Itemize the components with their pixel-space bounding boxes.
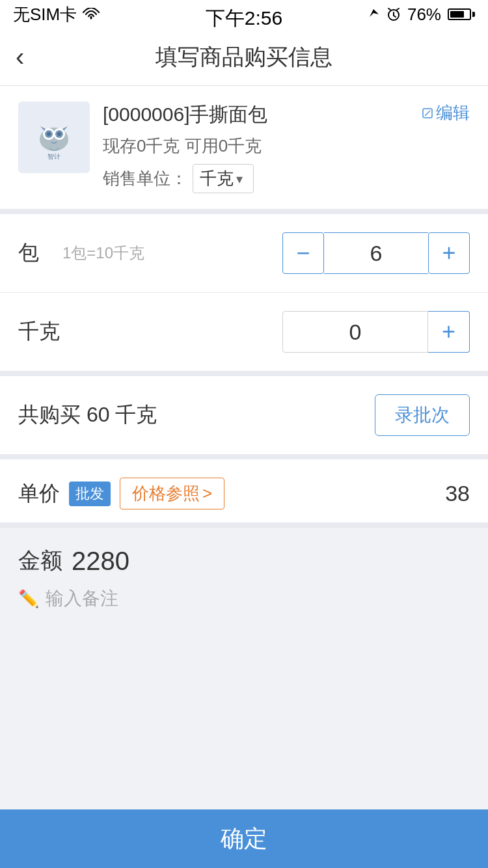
alarm-icon <box>386 7 401 21</box>
product-info: [0000006]手撕面包 编辑 现存0千克 可用0千克 销售单位： 千克 ▾ <box>103 102 470 193</box>
pack-quantity-row: 包 1包=10千克 − + <box>0 214 488 293</box>
back-button[interactable]: ‹ <box>16 42 24 72</box>
wifi-icon <box>82 8 100 21</box>
price-label: 单价 <box>18 480 60 508</box>
price-type-tag: 批发 <box>69 481 111 506</box>
product-unit-row: 销售单位： 千克 ▾ <box>103 164 470 193</box>
pack-quantity-input[interactable] <box>324 232 428 274</box>
product-card: 智计 [0000006]手撕面包 编辑 现存0千克 可用0千克 销售单位： 千克… <box>0 86 488 214</box>
product-stock: 现存0千克 可用0千克 <box>103 135 470 157</box>
price-value: 38 <box>445 481 470 506</box>
status-right: 76% <box>367 5 475 25</box>
pack-quantity-control: − + <box>282 232 470 274</box>
summary-row: 共购买 60 千克 录批次 <box>0 376 488 459</box>
remark-placeholder: 输入备注 <box>46 586 118 611</box>
owl-logo: 智计 <box>31 115 77 160</box>
price-ref-arrow-icon: > <box>202 483 212 504</box>
svg-point-11 <box>57 132 61 136</box>
price-row: 单价 批发 价格参照 > 38 <box>18 478 470 509</box>
location-icon <box>367 8 380 21</box>
pack-plus-button[interactable]: + <box>428 232 470 274</box>
product-name-row: [0000006]手撕面包 编辑 <box>103 102 470 128</box>
amount-value: 2280 <box>72 547 129 576</box>
price-ref-button[interactable]: 价格参照 > <box>120 478 224 509</box>
batch-button[interactable]: 录批次 <box>375 394 470 436</box>
summary-text: 共购买 60 千克 <box>18 401 157 429</box>
edit-button[interactable]: 编辑 <box>422 102 470 124</box>
status-time: 下午2:56 <box>206 5 282 32</box>
kg-plus-button[interactable]: + <box>428 311 470 353</box>
price-section: 单价 批发 价格参照 > 38 <box>0 459 488 528</box>
pencil-icon: ✏️ <box>18 589 39 609</box>
status-bar: 无SIM卡 下午2:56 76% <box>0 0 488 29</box>
kg-quantity-row: 千克 + <box>0 293 488 376</box>
product-image: 智计 <box>18 102 90 173</box>
svg-point-10 <box>47 132 51 136</box>
remark-row[interactable]: ✏️ 输入备注 <box>18 586 470 611</box>
battery-percent: 76% <box>407 5 441 25</box>
amount-row: 金额 2280 <box>18 546 470 576</box>
svg-text:智计: 智计 <box>47 153 61 160</box>
price-ref-label: 价格参照 <box>132 482 200 505</box>
svg-line-15 <box>429 111 430 112</box>
product-name: [0000006]手撕面包 <box>103 102 267 128</box>
battery-icon <box>448 8 475 20</box>
nav-bar: ‹ 填写商品购买信息 <box>0 29 488 86</box>
amount-label: 金额 <box>18 546 62 576</box>
kg-quantity-input[interactable] <box>282 311 428 353</box>
kg-label: 千克 <box>18 318 282 346</box>
unit-label: 销售单位： <box>103 167 187 190</box>
svg-line-2 <box>394 16 396 17</box>
edit-icon <box>422 107 433 119</box>
unit-select[interactable]: 千克 ▾ <box>193 164 254 193</box>
page-title: 填写商品购买信息 <box>156 42 332 72</box>
carrier-text: 无SIM卡 <box>13 3 77 26</box>
pack-hint: 1包=10千克 <box>62 243 282 264</box>
svg-line-3 <box>388 8 390 10</box>
status-left: 无SIM卡 <box>13 3 100 26</box>
pack-minus-button[interactable]: − <box>282 232 324 274</box>
svg-line-4 <box>397 8 399 10</box>
amount-section: 金额 2280 ✏️ 输入备注 <box>0 528 488 710</box>
pack-label: 包 <box>18 239 57 267</box>
confirm-button[interactable]: 确定 <box>0 809 488 868</box>
kg-quantity-control: + <box>282 311 470 353</box>
svg-line-14 <box>425 112 429 116</box>
dropdown-icon: ▾ <box>236 171 243 187</box>
